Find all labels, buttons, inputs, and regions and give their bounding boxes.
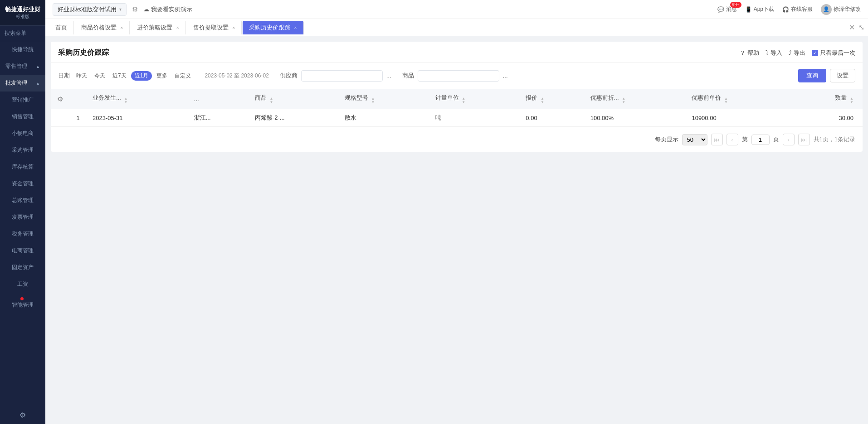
page-unit: 页	[773, 135, 779, 144]
only-last-checkbox[interactable]: ✓ 只看最后一次	[812, 49, 855, 57]
col-num-header	[69, 89, 87, 109]
date-option-today[interactable]: 今天	[92, 71, 108, 81]
tab-price-settings[interactable]: 商品价格设置 ×	[75, 21, 130, 34]
sidebar-item-ecom[interactable]: 电商管理	[0, 242, 45, 259]
sort-icon: ▲▼	[270, 97, 273, 104]
logo-sub: 标准版	[4, 14, 42, 20]
sidebar-nav-label: 库存核算	[12, 163, 34, 171]
help-link[interactable]: ？ 帮助	[740, 49, 759, 57]
user-menu[interactable]: 👤 徐泽华修改	[821, 4, 861, 15]
date-option-last7[interactable]: 近7天	[110, 71, 129, 81]
row-goods-cell: 丙烯酸-2-...	[249, 109, 339, 127]
row-quantity-cell: 30.00	[790, 109, 863, 127]
chevron-icon: ▲	[36, 81, 40, 86]
col-spec-header[interactable]: 规格型号 ▲▼	[339, 89, 430, 109]
help-label: 帮助	[747, 49, 759, 57]
close-icon[interactable]: ×	[294, 25, 297, 30]
col-goods-header[interactable]: 商品 ▲▼	[249, 89, 339, 109]
goods-more[interactable]: ...	[503, 72, 508, 79]
demo-link[interactable]: ☁ 我要看实例演示	[143, 5, 192, 14]
col-biz-date-header[interactable]: 业务发生... ▲▼	[87, 89, 189, 109]
prev-page-button[interactable]: ‹	[727, 134, 738, 145]
sidebar-item-retail[interactable]: 零售管理 ▲	[0, 58, 45, 75]
collapse-icon[interactable]: ✕	[849, 23, 855, 32]
export-link[interactable]: ⤴ 导出	[789, 49, 805, 57]
sidebar-item-salary[interactable]: 工资	[0, 276, 45, 293]
online-service-label: 在线客服	[791, 5, 813, 13]
user-name: 徐泽华修改	[834, 5, 861, 13]
col-unit-header[interactable]: 计量单位 ▲▼	[430, 89, 521, 109]
message-icon: 💬	[717, 6, 724, 13]
goods-input[interactable]	[418, 70, 499, 82]
sort-icon: ▲▼	[124, 97, 127, 104]
sidebar-item-invoice[interactable]: 发票管理	[0, 209, 45, 226]
topbar-right: 💬 消息 99+ 📱 App下载 🎧 在线客服 👤 徐泽华修改	[717, 4, 861, 15]
sidebar-search[interactable]: 搜索菜单	[0, 26, 45, 41]
col-settings-header[interactable]: ⚙	[51, 89, 69, 109]
per-page-select[interactable]: 50 100 200	[682, 134, 707, 145]
supplier-label: 供应商	[280, 72, 297, 80]
col-quantity-header[interactable]: 数量 ▲▼	[790, 89, 863, 109]
tab-purchase-strategy[interactable]: 进价策略设置 ×	[131, 21, 185, 34]
sidebar-item-finance[interactable]: 资金管理	[0, 175, 45, 192]
page-header-actions: ？ 帮助 ⤵ 导入 ⤴ 导出 ✓ 只看最后一	[740, 49, 855, 57]
messages-button[interactable]: 💬 消息 99+	[717, 5, 737, 13]
supplier-more[interactable]: ...	[386, 72, 391, 79]
date-option-last1m[interactable]: 近1月	[131, 71, 152, 81]
online-service-button[interactable]: 🎧 在线客服	[782, 5, 813, 13]
tab-purchase-history[interactable]: 采购历史价跟踪 ×	[243, 21, 303, 34]
next-page-button[interactable]: ›	[783, 134, 795, 145]
chevron-down-icon: ▾	[119, 7, 122, 12]
close-icon[interactable]: ×	[176, 25, 179, 30]
page-number-input[interactable]	[751, 135, 770, 145]
tab-sale-extract[interactable]: 售价提取设置 ×	[187, 21, 242, 34]
gear-icon[interactable]: ⚙	[57, 95, 63, 103]
sidebar-item-marketing[interactable]: 营销推广	[0, 92, 45, 108]
topbar-settings-icon[interactable]: ⚙	[132, 5, 138, 14]
supplier-input[interactable]	[301, 70, 383, 82]
tab-label: 采购历史价跟踪	[249, 24, 290, 32]
expand-icon[interactable]: ⤡	[858, 23, 864, 32]
col-quote-header[interactable]: 报价 ▲▼	[520, 89, 585, 109]
date-option-more[interactable]: 更多	[154, 71, 170, 81]
row-num-cell: 1	[69, 109, 87, 127]
date-option-yesterday[interactable]: 昨天	[73, 71, 90, 81]
col-discount-header[interactable]: 优惠前折... ▲▼	[585, 89, 687, 109]
date-range-display: 2023-05-02 至 2023-06-02	[205, 72, 268, 80]
sidebar-item-smart[interactable]: 智能管理	[0, 293, 45, 313]
app-logo: 畅捷通好业财 标准版	[0, 0, 45, 26]
version-selector[interactable]: 好业财标准版交付试用 ▾	[53, 3, 127, 16]
sidebar-item-sales[interactable]: 销售管理	[0, 108, 45, 125]
app-download-button[interactable]: 📱 App下载	[745, 5, 774, 13]
import-link[interactable]: ⤵ 导入	[766, 49, 782, 57]
col-more-header[interactable]: ...	[189, 89, 249, 109]
first-page-button[interactable]: ⏮	[711, 134, 723, 145]
filter-actions: 查询 设置	[798, 69, 855, 82]
sidebar-item-assets[interactable]: 固定资产	[0, 259, 45, 276]
row-settings-cell	[51, 109, 69, 127]
close-icon[interactable]: ×	[120, 25, 123, 30]
last-page-button[interactable]: ⏭	[798, 134, 810, 145]
gear-icon[interactable]: ⚙	[20, 411, 26, 419]
close-icon[interactable]: ×	[232, 25, 235, 30]
sidebar-quick-nav[interactable]: 快捷导航	[0, 41, 45, 58]
sidebar-nav-label: 销售管理	[12, 113, 34, 120]
tab-home[interactable]: 首页	[49, 21, 74, 34]
table-header-row: ⚙ 业务发生... ▲▼ ... 商品	[51, 89, 863, 109]
checkbox[interactable]: ✓	[812, 50, 818, 56]
page-title: 采购历史价跟踪	[58, 48, 109, 58]
col-pre-discount-price-header[interactable]: 优惠前单价 ▲▼	[686, 89, 790, 109]
date-option-custom[interactable]: 自定义	[172, 71, 194, 81]
settings-button[interactable]: 设置	[830, 69, 855, 82]
sidebar-item-wholesale[interactable]: 批发管理 ▲	[0, 75, 45, 92]
pagination: 每页显示 50 100 200 ⏮ ‹ 第 页 › ⏭ 共1页，1条记录	[51, 127, 863, 152]
sidebar-item-tax[interactable]: 税务管理	[0, 226, 45, 242]
row-unit-cell: 吨	[430, 109, 521, 127]
row-supplier-cell: 浙江...	[189, 109, 249, 127]
sidebar-item-purchase[interactable]: 采购管理	[0, 142, 45, 159]
query-button[interactable]: 查询	[798, 69, 826, 82]
sidebar-item-ledger[interactable]: 总账管理	[0, 192, 45, 209]
version-label: 好业财标准版交付试用	[58, 5, 117, 14]
sidebar-item-ecom-small[interactable]: 小畅电商	[0, 125, 45, 142]
sidebar-item-inventory[interactable]: 库存核算	[0, 159, 45, 175]
